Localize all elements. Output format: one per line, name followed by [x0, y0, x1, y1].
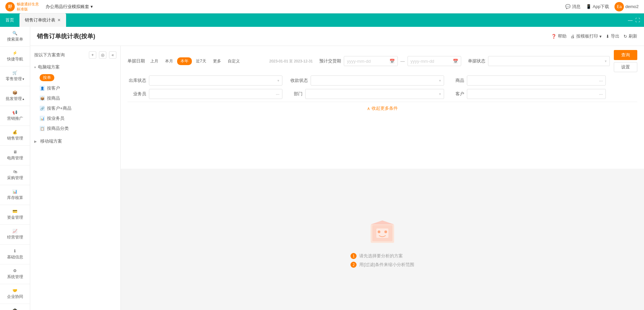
pc-section-header[interactable]: ▾ 电脑端方案 — [30, 62, 120, 72]
expected-date-label: 预计交货期 — [319, 58, 341, 64]
mobile-section-label: 移动端方案 — [40, 138, 62, 144]
expected-date-start[interactable]: yyyy-mm-dd 📅 — [344, 56, 397, 66]
calendar-end-icon: 📅 — [453, 59, 458, 64]
out-status-chevron-icon: ▾ — [277, 79, 279, 83]
salesperson-scheme-icon: 📊 — [40, 116, 45, 121]
preset-last-7-days[interactable]: 近7天 — [193, 57, 209, 65]
logo-text: 畅捷通好生意 标准版 — [17, 2, 39, 11]
scheme-item-customer-goods[interactable]: 🔗 按客户+商品 — [30, 103, 120, 113]
selected-label[interactable]: 按单 — [40, 74, 54, 81]
print-chevron-icon: ▾ — [599, 34, 602, 39]
refresh-button[interactable]: ↻ 刷新 — [624, 33, 637, 39]
nav-tabs: 首页 销售订单统计表 ✕ — ⛶ — [0, 13, 644, 27]
page-header: 销售订单统计表(按单) ❓ 帮助 🖨 按模板打印 ▾ ⬇ 导出 ↻ 刷新 — [30, 27, 644, 46]
preset-custom[interactable]: 自定义 — [225, 57, 243, 65]
salesperson-group: 业务员 ··· — [127, 89, 282, 99]
sidebar-item-enterprise[interactable]: 🤝 企业协同 — [0, 284, 30, 304]
receipt-status-select[interactable]: ▾ — [311, 75, 444, 86]
download-icon: 📱 — [586, 4, 591, 9]
sidebar-item-purchase[interactable]: 🛍 采购管理 — [0, 165, 30, 185]
sidebar-item-basic-info[interactable]: ℹ 基础信息 — [0, 245, 30, 264]
mobile-section: ▶ 移动端方案 — [30, 135, 120, 148]
help-button[interactable]: ❓ 帮助 — [551, 33, 567, 39]
filter-results-area: 单据日期 上月 本月 本年 近7天 更多 自定义 2023-01-0 — [121, 46, 644, 310]
scheme-item-customer[interactable]: 👤 按客户 — [30, 83, 120, 93]
expand-mobile-icon: ▶ — [34, 140, 37, 143]
salesperson-more-icon[interactable]: ··· — [276, 92, 279, 97]
scheme-item-salesperson[interactable]: 📊 按业务员 — [30, 113, 120, 123]
guide-icon: 🎓 — [12, 308, 17, 310]
customer-goods-icon: 🔗 — [40, 106, 45, 111]
scheme-item-goods[interactable]: 📦 按商品 — [30, 93, 120, 103]
template-print-button[interactable]: 🖨 按模板打印 ▾ — [571, 33, 602, 39]
export-button[interactable]: ⬇ 导出 — [606, 33, 620, 39]
tab-home[interactable]: 首页 — [0, 13, 19, 27]
svg-point-4 — [384, 230, 387, 233]
left-panel: 按以下方案查询 + ◎ « ▾ 电脑端方案 按单 — [30, 46, 121, 310]
filter-section: 单据日期 上月 本月 本年 近7天 更多 自定义 2023-01-0 — [121, 46, 644, 169]
expected-date-end[interactable]: yyyy-mm-dd 📅 — [408, 56, 461, 66]
scheme-item-goods-category[interactable]: 📋 按商品分类 — [30, 123, 120, 134]
status-select[interactable]: ▾ — [488, 56, 610, 66]
user-profile[interactable]: Ea demo2 — [614, 2, 639, 11]
sidebar-item-retail[interactable]: 🛒 零售管理▾ — [0, 66, 30, 86]
category-scheme-icon: 📋 — [40, 126, 45, 131]
content-area: 销售订单统计表(按单) ❓ 帮助 🖨 按模板打印 ▾ ⬇ 导出 ↻ 刷新 — [30, 27, 644, 310]
add-scheme-button[interactable]: + — [89, 51, 96, 59]
customer-group: 客户 ··· — [451, 89, 606, 99]
sidebar-item-marketing[interactable]: 📢 营销推广 — [0, 106, 30, 126]
sidebar-item-ecommerce[interactable]: 🖥 电商管理 — [0, 146, 30, 165]
sidebar-item-guide[interactable]: 🎓 新手引导 — [0, 304, 30, 310]
mobile-section-header[interactable]: ▶ 移动端方案 — [30, 136, 120, 146]
preset-this-month[interactable]: 本月 — [162, 57, 176, 65]
maximize-icon[interactable]: ⛶ — [635, 17, 640, 23]
goods-group: 商品 ··· — [451, 75, 606, 86]
sidebar-item-inventory[interactable]: 📊 库存核算 — [0, 185, 30, 205]
customer-input[interactable]: ··· — [467, 89, 606, 99]
sidebar-item-shortcut[interactable]: ⚡ 快捷导航 — [0, 47, 30, 66]
dept-select[interactable]: ▾ — [305, 89, 444, 99]
tab-sales-order[interactable]: 销售订单统计表 ✕ — [19, 13, 66, 27]
preset-more[interactable]: 更多 — [210, 57, 224, 65]
status-chevron-icon: ▾ — [605, 59, 607, 63]
system-icon: ⚙ — [13, 268, 17, 273]
sidebar-item-finance[interactable]: 💳 资金管理 — [0, 205, 30, 225]
sidebar-item-wholesale[interactable]: 📦 批发管理▴ — [0, 86, 30, 106]
query-button[interactable]: 查询 — [614, 50, 637, 60]
message-button[interactable]: 💬 消息 — [565, 4, 581, 10]
sidebar: 🔍 搜索菜单 ⚡ 快捷导航 🛒 零售管理▾ 📦 批发管理▴ 📢 营销推广 💰 销… — [0, 27, 30, 310]
shortcut-icon: ⚡ — [12, 51, 17, 55]
sidebar-item-system[interactable]: ⚙ 系统管理 — [0, 264, 30, 284]
date-filter-group: 单据日期 上月 本月 本年 近7天 更多 自定义 — [127, 57, 269, 65]
minimize-icon[interactable]: — — [628, 17, 633, 23]
sidebar-item-sales[interactable]: 💰 销售管理 — [0, 126, 30, 146]
expand-icon: ▾ — [34, 65, 36, 69]
date-range-text: 2023-01-01 至 2023-12-31 — [269, 59, 313, 64]
scheme-item-order[interactable]: 按单 — [30, 72, 120, 83]
calendar-start-icon: 📅 — [389, 59, 395, 64]
goods-more-icon[interactable]: ··· — [599, 78, 603, 83]
retail-icon: 🛒 — [12, 70, 17, 75]
chevron-up-icon: ▴ — [22, 97, 24, 101]
out-status-select[interactable]: ▾ — [149, 75, 282, 86]
settings-button[interactable]: 设置 — [614, 62, 637, 72]
empty-hints: 1 请先选择要分析的方案 2 用[过滤]条件来缩小分析范围 — [351, 253, 414, 268]
customer-more-icon[interactable]: ··· — [599, 92, 603, 97]
search-icon: 🔍 — [12, 31, 17, 36]
settings-scheme-button[interactable]: ◎ — [99, 51, 106, 59]
receipt-status-label: 收款状态 — [289, 78, 308, 84]
collapse-panel-button[interactable]: « — [109, 51, 116, 59]
preset-last-month[interactable]: 上月 — [148, 57, 161, 65]
sidebar-item-search[interactable]: 🔍 搜索菜单 — [0, 27, 30, 47]
sidebar-item-operations[interactable]: 📈 经营管理 — [0, 225, 30, 245]
preset-this-year[interactable]: 本年 — [177, 57, 192, 65]
collapse-bar[interactable]: ∧ 收起更多条件 — [127, 102, 637, 115]
close-tab-icon[interactable]: ✕ — [57, 18, 61, 22]
finance-icon: 💳 — [12, 209, 17, 214]
hint-num-2: 2 — [351, 262, 357, 268]
goods-input[interactable]: ··· — [467, 75, 606, 86]
salesperson-input[interactable]: ··· — [149, 89, 282, 99]
refresh-icon: ↻ — [624, 34, 627, 39]
company-selector[interactable]: 办公用品行业模拟账套 ▾ — [46, 4, 93, 10]
app-download-button[interactable]: 📱 App下载 — [586, 4, 609, 10]
